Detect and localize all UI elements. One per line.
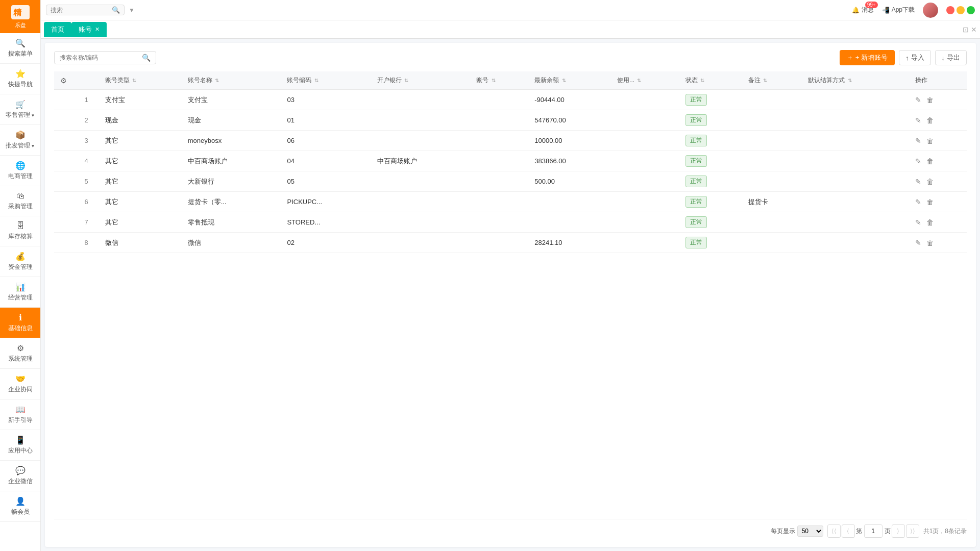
- td-settings: [54, 212, 72, 233]
- window-close-btn[interactable]: [946, 6, 954, 14]
- add-account-button[interactable]: ＋ + 新增账号: [840, 50, 895, 65]
- account-table: ⚙ 账号类型 ⇅ 账号名称 ⇅ 账号编码 ⇅ 开户银行 ⇅ 账号 ⇅ 最新余额 …: [54, 71, 967, 253]
- logo-text: 乐盘: [15, 21, 26, 29]
- sidebar-item-operation[interactable]: 📊 经营管理: [0, 277, 40, 308]
- td-account-type: 微信: [100, 233, 183, 253]
- table-row: 5 其它 大新银行 05 500.00 正常 ✎ 🗑: [54, 171, 967, 192]
- edit-icon[interactable]: ✎: [915, 157, 921, 165]
- msg-badge: 99+: [865, 2, 878, 8]
- page-prev-btn[interactable]: ⟨: [842, 524, 855, 538]
- page-number-input[interactable]: [864, 524, 883, 538]
- sidebar-item-label: 应用中心: [8, 446, 33, 455]
- sidebar-item-shortcut[interactable]: ⭐ 快捷导航: [0, 64, 40, 94]
- tab-home[interactable]: 首页: [44, 22, 71, 37]
- delete-icon[interactable]: 🗑: [926, 96, 934, 104]
- td-action: ✎ 🗑: [910, 110, 967, 131]
- edit-icon[interactable]: ✎: [915, 137, 921, 145]
- tab-restore-icon[interactable]: ⊡: [963, 26, 969, 34]
- delete-icon[interactable]: 🗑: [926, 239, 934, 247]
- page-size-select[interactable]: 10 20 50 100: [797, 525, 823, 537]
- delete-icon[interactable]: 🗑: [926, 178, 934, 186]
- sidebar-item-purchase[interactable]: 🛍 采购管理: [0, 186, 40, 216]
- delete-icon[interactable]: 🗑: [926, 137, 934, 145]
- td-account-name: 大新银行: [183, 171, 282, 192]
- pagination: 每页显示 10 20 50 100 ⟨⟨ ⟨ 第 页: [54, 519, 967, 540]
- td-usage: [612, 192, 680, 212]
- sidebar-item-enterprise[interactable]: 🤝 企业协同: [0, 369, 40, 399]
- page-next-btn[interactable]: ⟩: [892, 524, 905, 538]
- account-search-icon[interactable]: 🔍: [142, 54, 151, 62]
- sidebar-item-inventory[interactable]: 🗄 库存核算: [0, 216, 40, 246]
- page-label2: 页: [885, 527, 891, 536]
- sidebar-item-finance[interactable]: 💰 资金管理: [0, 246, 40, 277]
- tab-close-icon[interactable]: ✕: [971, 26, 977, 34]
- account-search-box[interactable]: 🔍: [54, 51, 156, 64]
- td-settings: [54, 131, 72, 151]
- th-status[interactable]: 状态 ⇅: [680, 71, 743, 90]
- tab-home-label: 首页: [51, 25, 64, 34]
- td-account-type: 其它: [100, 192, 183, 212]
- delete-icon[interactable]: 🗑: [926, 157, 934, 165]
- topbar-messages[interactable]: 🔔 消息 99+: [852, 6, 874, 14]
- topbar-search[interactable]: 🔍: [46, 5, 125, 15]
- sidebar-item-ecommerce[interactable]: 🌐 电商管理: [0, 156, 40, 186]
- td-no: 3: [72, 131, 100, 151]
- page-label: 第: [856, 527, 862, 536]
- window-min-btn[interactable]: [957, 6, 965, 14]
- sidebar-item-basic[interactable]: ℹ 基础信息: [0, 308, 40, 338]
- th-balance[interactable]: 最新余额 ⇅: [529, 71, 612, 90]
- td-usage: [612, 233, 680, 253]
- th-remark[interactable]: 备注 ⇅: [743, 71, 803, 90]
- td-default-settlement: [803, 233, 910, 253]
- th-usage[interactable]: 使用... ⇅: [612, 71, 680, 90]
- td-account-no: [471, 151, 529, 171]
- export-button[interactable]: ↓ 导出: [935, 50, 967, 65]
- edit-icon[interactable]: ✎: [915, 239, 921, 247]
- delete-icon[interactable]: 🗑: [926, 116, 934, 124]
- app-logo: 精 乐盘: [0, 0, 40, 33]
- page-last-btn[interactable]: ⟩⟩: [906, 524, 919, 538]
- edit-icon[interactable]: ✎: [915, 218, 921, 227]
- sidebar-item-label: 资金管理: [8, 263, 33, 271]
- th-account-no[interactable]: 账号 ⇅: [471, 71, 529, 90]
- table-row: 7 其它 零售抵现 STORED... 正常 ✎ 🗑: [54, 212, 967, 233]
- sidebar-item-system[interactable]: ⚙ 系统管理: [0, 338, 40, 369]
- edit-icon[interactable]: ✎: [915, 116, 921, 124]
- th-account-code[interactable]: 账号编码 ⇅: [282, 71, 372, 90]
- topbar-app-download[interactable]: 📲 App下载: [882, 6, 915, 14]
- sidebar-item-search[interactable]: 🔍 搜索菜单: [0, 33, 40, 64]
- table-row: 3 其它 moneybosx 06 10000.00 正常 ✎ 🗑: [54, 131, 967, 151]
- edit-icon[interactable]: ✎: [915, 96, 921, 104]
- sidebar-item-wholesale[interactable]: 📦 批发管理: [0, 125, 40, 156]
- topbar-search-input[interactable]: [51, 7, 112, 14]
- sidebar-item-wechat[interactable]: 💬 企业微信: [0, 461, 40, 491]
- sidebar-item-guide[interactable]: 📖 新手引导: [0, 399, 40, 430]
- th-account-name[interactable]: 账号名称 ⇅: [183, 71, 282, 90]
- td-action: ✎ 🗑: [910, 233, 967, 253]
- delete-icon[interactable]: 🗑: [926, 198, 934, 206]
- edit-icon[interactable]: ✎: [915, 198, 921, 206]
- th-default-settlement[interactable]: 默认结算方式 ⇅: [803, 71, 910, 90]
- delete-icon[interactable]: 🗑: [926, 218, 934, 227]
- th-bank[interactable]: 开户银行 ⇅: [372, 71, 472, 90]
- tab-close-icon[interactable]: ✕: [95, 26, 100, 33]
- sidebar-item-label: 库存核算: [8, 232, 33, 241]
- edit-icon[interactable]: ✎: [915, 178, 921, 186]
- sidebar-item-member[interactable]: 👤 畅会员: [0, 491, 40, 522]
- window-max-btn[interactable]: [967, 6, 975, 14]
- td-action: ✎ 🗑: [910, 192, 967, 212]
- topbar-dropdown-icon[interactable]: ▼: [129, 7, 135, 14]
- tab-account[interactable]: 账号 ✕: [71, 22, 107, 37]
- td-account-name: 现金: [183, 110, 282, 131]
- user-avatar[interactable]: [923, 3, 938, 18]
- sidebar-item-retail[interactable]: 🛒 零售管理: [0, 94, 40, 125]
- account-search-input[interactable]: [60, 54, 142, 61]
- page-size-selector[interactable]: 每页显示 10 20 50 100: [771, 525, 823, 537]
- book-icon: 📖: [15, 405, 26, 414]
- sidebar-item-appcenter[interactable]: 📱 应用中心: [0, 430, 40, 461]
- page-first-btn[interactable]: ⟨⟨: [827, 524, 841, 538]
- th-settings[interactable]: ⚙: [54, 71, 72, 90]
- th-account-type[interactable]: 账号类型 ⇅: [100, 71, 183, 90]
- column-settings-icon[interactable]: ⚙: [60, 77, 67, 85]
- import-button[interactable]: ↑ 导入: [899, 50, 931, 65]
